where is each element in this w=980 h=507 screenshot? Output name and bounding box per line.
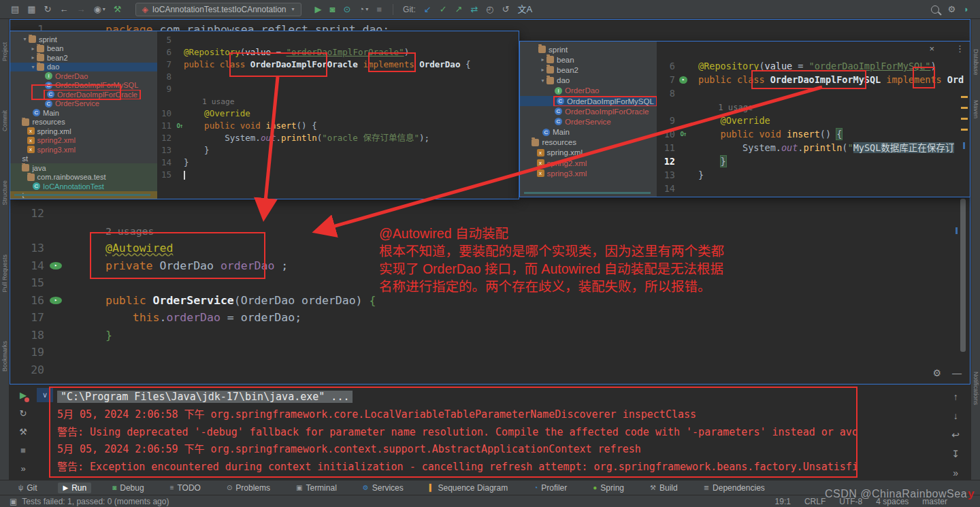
tree-item-bean2[interactable]: ▸bean2 xyxy=(520,65,657,75)
tree-hscrollbar[interactable] xyxy=(524,192,651,194)
tool-stripe-project[interactable]: Project xyxy=(1,42,8,61)
tree-item-bean2[interactable]: ▸bean2 xyxy=(10,53,157,63)
tree-item-spring3.xml[interactable]: xspring3.xml xyxy=(10,145,157,154)
more-chevrons-icon[interactable]: » xyxy=(20,463,25,474)
tool-window-tab-spring[interactable]: ●Spring xyxy=(588,483,629,493)
update-project-icon[interactable]: ↙ xyxy=(424,4,431,15)
tool-window-tab-services[interactable]: ⚙Services xyxy=(358,483,408,493)
status-item-crlf[interactable]: CRLF xyxy=(804,497,826,506)
tree-item-OrderDao[interactable]: IOrderDao xyxy=(520,86,657,96)
status-item-19-1[interactable]: 19:1 xyxy=(775,497,791,506)
hide-inspections-icon[interactable]: — xyxy=(952,367,962,378)
back-icon[interactable]: ← xyxy=(60,4,69,15)
spring-bean-icon[interactable]: ▸ xyxy=(50,262,62,269)
tree-item-OrderDaoImplForMySQL[interactable]: COrderDaoImplForMySQL xyxy=(520,96,657,106)
tool-window-tab-run[interactable]: ▶Run xyxy=(58,483,91,493)
tree-item-spring2.xml[interactable]: xspring2.xml xyxy=(10,136,157,146)
soft-wrap-icon[interactable]: ↩ xyxy=(951,429,960,440)
suspend-icon[interactable]: ■ xyxy=(20,445,26,456)
tool-window-tab-profiler[interactable]: ◔Profiler xyxy=(529,483,572,493)
diff-icon[interactable]: ⇄ xyxy=(470,4,478,15)
translate-icon[interactable]: 文A xyxy=(518,4,533,15)
tool-window-tab-debug[interactable]: ◙Debug xyxy=(108,483,148,493)
wrench-icon[interactable]: ⚒ xyxy=(19,427,27,438)
tree-item-spring.xml[interactable]: xspring.xml xyxy=(520,148,657,158)
push-icon[interactable]: ↗ xyxy=(455,4,463,15)
console-output[interactable]: "C:\Program Files\Java\jdk-17\bin\java.e… xyxy=(49,387,858,478)
tree-item-com.rainbowsea.test[interactable]: com.rainbowsea.test xyxy=(10,173,157,182)
forward-icon[interactable]: → xyxy=(77,4,86,15)
tool-window-tab-git[interactable]: ψGit xyxy=(14,483,42,493)
save-all-icon[interactable]: ▦ xyxy=(27,4,35,15)
editor-scrollbar[interactable] xyxy=(960,180,966,377)
tree-item-OrderDao[interactable]: IOrderDao xyxy=(10,71,157,81)
run-configuration-select[interactable]: ◈ IoCAnnotationTest.testIoCAnnotation ▾ xyxy=(135,3,301,16)
tree-item-OrderService[interactable]: COrderService xyxy=(520,116,657,127)
stop-icon[interactable]: ■ xyxy=(376,4,382,15)
tree-item-spring.xml[interactable]: xspring.xml xyxy=(10,127,157,136)
tool-window-tab-terminal[interactable]: ▣Terminal xyxy=(291,483,342,493)
spring-bean-icon[interactable]: ▸ xyxy=(50,297,62,304)
scrollbar-thumb[interactable] xyxy=(960,199,966,352)
tree-item-resources[interactable]: resources xyxy=(10,118,157,127)
tree-item-bean[interactable]: ▸bean xyxy=(10,44,157,54)
tool-window-tab-dependencies[interactable]: ≣Dependencies xyxy=(699,483,770,493)
scroll-down-icon[interactable]: ↓ xyxy=(953,410,958,421)
tree-item-sprint[interactable]: sprint xyxy=(520,44,657,54)
tree-hscrollbar[interactable] xyxy=(14,194,150,196)
tool-stripe-maven[interactable]: Maven xyxy=(973,100,979,118)
expander-icon[interactable]: ▸ xyxy=(29,54,37,61)
commit-icon[interactable]: ✓ xyxy=(440,4,447,15)
user-icon[interactable]: ◉▾ xyxy=(94,4,105,15)
run-icon[interactable]: ▶ xyxy=(315,4,322,15)
scroll-up-icon[interactable]: ↑ xyxy=(953,391,958,402)
expander-icon[interactable]: ▸ xyxy=(539,56,546,63)
plugin-icon[interactable]: ◗ xyxy=(964,4,969,15)
settings-gear-icon[interactable]: ⚙ xyxy=(947,4,956,15)
open-project-icon[interactable]: ▤ xyxy=(11,4,19,15)
tool-window-tab-sequence-diagram[interactable]: ▍Sequence Diagram xyxy=(425,483,512,493)
tool-stripe-pull-requests[interactable]: Pull Requests xyxy=(1,255,8,293)
override-icon[interactable]: O↑ xyxy=(176,120,184,132)
editor-code-oracle[interactable]: 56@Repository(value = "orderDaoImplForOr… xyxy=(158,34,519,181)
run-coverage-icon[interactable]: ⊙ xyxy=(343,4,350,15)
scroll-to-end-icon[interactable]: ↧ xyxy=(951,448,960,459)
project-tree-right[interactable]: sprint▸bean▸bean2▾daoIOrderDaoCOrderDaoI… xyxy=(520,42,657,197)
tool-window-tab-todo[interactable]: ≡TODO xyxy=(165,483,206,493)
debug-icon[interactable]: ◙ xyxy=(330,4,336,15)
override-icon[interactable]: O↑ xyxy=(679,127,687,141)
more-chevrons-icon[interactable]: » xyxy=(953,468,958,478)
expander-icon[interactable]: ▾ xyxy=(21,36,29,42)
test-sync-icon[interactable]: ↻ xyxy=(20,408,27,419)
profiler-icon[interactable]: ◔▾ xyxy=(359,4,368,15)
tool-stripe-notifications[interactable]: Notifications xyxy=(973,372,979,405)
expander-icon[interactable]: ▾ xyxy=(29,64,37,70)
expander-icon[interactable]: ▸ xyxy=(539,67,546,73)
tree-item-st[interactable]: st xyxy=(10,154,157,164)
usages-inlay-hint[interactable]: 2 usages xyxy=(105,225,154,238)
tool-stripe-database[interactable]: Database xyxy=(973,49,979,76)
tree-item-java[interactable]: java xyxy=(10,163,157,173)
tree-item-OrderDaoImplForOracle[interactable]: COrderDaoImplForOracle xyxy=(10,90,157,99)
tree-item-dao[interactable]: ▾dao xyxy=(520,76,657,86)
tool-window-tab-build[interactable]: ⚒Build xyxy=(645,483,683,493)
tool-stripe-bookmarks[interactable]: Bookmarks xyxy=(1,341,8,372)
sync-icon[interactable]: ↻ xyxy=(44,4,52,15)
editor-code-mysql[interactable]: 6@Repository(value = "orderDaoImplForMyS… xyxy=(657,59,970,195)
tree-item-IoCAnnotationTest[interactable]: CIoCAnnotationTest xyxy=(10,182,157,191)
close-icon[interactable]: × xyxy=(929,44,934,54)
inspection-gear-icon[interactable]: ⚙ xyxy=(932,367,941,378)
tree-item-dao[interactable]: ▾dao xyxy=(10,63,157,72)
build-hammer-icon[interactable]: ⚒ xyxy=(114,4,122,15)
tree-item-OrderDaoImplForOracle[interactable]: COrderDaoImplForOracle xyxy=(520,106,657,116)
project-tree-left[interactable]: ▾sprint▸bean▸bean2▾daoIOrderDaoCOrderDao… xyxy=(10,31,158,199)
kebab-menu-icon[interactable]: ⋮ xyxy=(956,44,964,54)
search-everywhere-icon[interactable] xyxy=(931,5,939,14)
tree-item-OrderDaoImplForMySQL[interactable]: COrderDaoImplForMySQL xyxy=(10,81,157,91)
tree-item-spring3.xml[interactable]: xspring3.xml xyxy=(520,168,657,178)
spring-bean-icon[interactable]: ▸ xyxy=(679,76,687,84)
rollback-icon[interactable]: ↺ xyxy=(502,4,510,15)
usages-inlay-hint[interactable]: 1 usage xyxy=(184,97,235,106)
tree-item-Main[interactable]: CMain xyxy=(10,108,157,118)
tree-item-OrderService[interactable]: COrderService xyxy=(10,99,157,109)
